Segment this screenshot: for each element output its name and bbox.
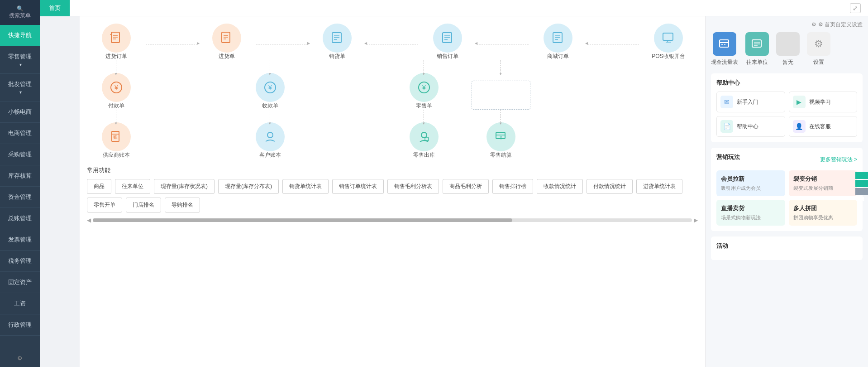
wf-label-sales-bill: 销货单	[329, 53, 345, 60]
float-service-btn[interactable]: 客服热线	[855, 172, 868, 179]
sidebar-item-ecommerce-mgmt[interactable]: 电商管理	[0, 123, 40, 144]
sidebar-item-salary[interactable]: 工资	[0, 293, 40, 314]
customize-settings-btn[interactable]: ⚙ ⚙ 首页自定义设置	[711, 21, 863, 29]
activity-box: 活动	[711, 237, 863, 260]
arrow-v-1	[116, 60, 117, 73]
marketing-more-btn[interactable]: 更多营销玩法 >	[820, 156, 857, 164]
wf-node-purchase-order[interactable]: 进货订单	[87, 24, 146, 60]
func-btn-stock-dist[interactable]: 现存量(库存分布表)	[218, 179, 279, 194]
marketing-header: 营销玩法 更多营销玩法 >	[716, 153, 857, 166]
wf-node-sales-order[interactable]: 销售订单	[418, 24, 477, 60]
expand-icon: ▾	[19, 90, 22, 95]
scroll-right-btn[interactable]: ▶	[694, 217, 698, 223]
sidebar-settings-btn[interactable]: ⚙	[0, 349, 40, 367]
sidebar-item-wholesale[interactable]: 批发管理 ▾	[0, 74, 40, 101]
wf-node-pos[interactable]: POS收银开台	[639, 24, 698, 60]
left-panel: 进货订单 进货单 销货单	[80, 16, 705, 367]
float-buttons: 客服热线 服务社区 桌面快捷	[855, 172, 868, 195]
qn-settings[interactable]: ⚙ 设置	[807, 32, 830, 66]
expand-icon: ▾	[19, 62, 22, 67]
mkt-group[interactable]: 多人拼团 拼团购物享受优惠	[789, 200, 858, 226]
wf-node-customer-book[interactable]: 客户账本	[241, 122, 300, 159]
customize-icon: ⚙	[811, 21, 816, 28]
wf-node-retail-settlement[interactable]: ¥ 零售结算	[472, 122, 530, 159]
help-video-icon: ▶	[793, 96, 806, 108]
func-btn-guide-rank[interactable]: 导购排名	[165, 198, 200, 212]
wf-node-payment[interactable]: ¥ 付款单	[87, 73, 146, 110]
wf-node-supplier-book[interactable]: 账 供应商账本	[87, 122, 146, 159]
sidebar-item-purchase[interactable]: 采购管理	[0, 144, 40, 165]
sidebar-item-fixed-assets[interactable]: 固定资产	[0, 272, 40, 293]
tab-home[interactable]: 首页	[40, 0, 70, 16]
search-menu[interactable]: 🔍 搜索菜单	[0, 0, 40, 25]
sidebar-item-finance[interactable]: 资金管理	[0, 187, 40, 208]
wf-node-mall-order[interactable]: 商城订单	[529, 24, 587, 60]
wf-node-receipt[interactable]: ¥ 收款单	[241, 73, 300, 110]
arrow-1-2	[146, 44, 197, 45]
help-center-link[interactable]: 📄 帮助中心	[716, 116, 785, 137]
svg-text:¥: ¥	[499, 135, 502, 140]
scroll-track[interactable]	[93, 218, 692, 222]
scroll-left-btn[interactable]: ◀	[87, 217, 91, 223]
float-desktop-btn[interactable]: 桌面快捷	[855, 188, 868, 195]
wf-icon-payment: ¥	[102, 73, 131, 102]
marketing-box: 营销玩法 更多营销玩法 > 会员拉新 吸引用户成为会员 裂变分销 裂变式发展分销…	[711, 148, 863, 231]
sidebar-item-tax[interactable]: 税务管理	[0, 251, 40, 272]
mkt-fission[interactable]: 裂变分销 裂变式发展分销商	[789, 170, 858, 196]
mkt-live[interactable]: 直播卖货 场景式购物新玩法	[716, 200, 785, 226]
func-btn-retail-order[interactable]: 零售开单	[87, 198, 122, 212]
arrow-v-receipt	[270, 110, 271, 122]
sidebar-item-invoice[interactable]: 发票管理	[0, 229, 40, 251]
func-btn-purchase-stat[interactable]: 进货单统计表	[636, 179, 682, 194]
help-online-service[interactable]: 👤 在线客服	[789, 116, 858, 137]
func-btn-sales-profit[interactable]: 销售毛利分析表	[387, 179, 439, 194]
common-functions-title: 常用功能	[87, 166, 698, 174]
sidebar: 🔍 搜索菜单 快捷导航 零售管理 ▾ 批发管理 ▾ 小畅电商 电商管理 采购管理…	[0, 0, 40, 367]
func-btn-sales-order-stat[interactable]: 销售订单统计表	[332, 179, 384, 194]
sidebar-item-ledger[interactable]: 总账管理	[0, 208, 40, 229]
sidebar-item-inventory[interactable]: 库存核算	[0, 165, 40, 187]
scroll-thumb	[93, 218, 512, 222]
sidebar-item-ecommerce-small[interactable]: 小畅电商	[0, 101, 40, 123]
func-btn-sales-rank[interactable]: 销售排行榜	[492, 179, 533, 194]
func-btn-goods[interactable]: 商品	[87, 179, 111, 194]
sidebar-item-admin[interactable]: 行政管理	[0, 314, 40, 336]
wf-label-pos: POS收银开台	[652, 53, 685, 60]
wf-label-supplier-book: 供应商账本	[103, 151, 130, 159]
fullscreen-button[interactable]: ⤢	[850, 3, 861, 13]
wf-node-retail-outbound[interactable]: 零售出库	[395, 122, 453, 159]
wf-label-retail-settlement: 零售结算	[490, 151, 512, 159]
arrow-6-5	[587, 44, 639, 45]
help-beginner[interactable]: ✉ 新手入门	[716, 92, 785, 112]
func-btn-store-rank[interactable]: 门店排名	[126, 198, 161, 212]
func-btn-sales-stat[interactable]: 销货单统计表	[282, 179, 329, 194]
help-service-icon: 👤	[793, 120, 806, 133]
top-bar-right: ⤢	[850, 3, 868, 13]
qn-none-icon	[776, 32, 800, 56]
func-btn-receipt-stat[interactable]: 收款情况统计	[537, 179, 583, 194]
func-btn-payment-stat[interactable]: 付款情况统计	[587, 179, 633, 194]
wf-icon-retail-outbound	[410, 122, 439, 151]
float-community-btn[interactable]: 服务社区	[855, 180, 868, 187]
help-beginner-icon: ✉	[720, 96, 733, 108]
wf-node-purchase-bill[interactable]: 进货单	[197, 24, 256, 60]
qn-cashflow[interactable]: 现金流量表	[711, 32, 738, 66]
func-btn-contacts[interactable]: 往来单位	[115, 179, 150, 194]
qn-cashflow-label: 现金流量表	[711, 58, 738, 66]
func-btn-stock-status[interactable]: 现存量(库存状况表)	[154, 179, 215, 194]
svg-text:¥: ¥	[422, 84, 426, 91]
sidebar-item-quick-nav[interactable]: 快捷导航	[0, 25, 40, 46]
sidebar-item-retail[interactable]: 零售管理 ▾	[0, 46, 40, 74]
qn-contacts[interactable]: 往来单位	[745, 32, 769, 66]
func-btn-goods-profit[interactable]: 商品毛利分析	[443, 179, 489, 194]
wf-node-retail-bill[interactable]: ¥ 零售单	[395, 73, 453, 110]
wf-node-sales-bill[interactable]: 销货单	[308, 24, 367, 60]
qn-none-label: 暂无	[782, 58, 793, 66]
svg-rect-35	[425, 138, 429, 140]
search-icon: 🔍	[17, 5, 24, 12]
qn-none[interactable]: 暂无	[776, 32, 800, 66]
help-video[interactable]: ▶ 视频学习	[789, 92, 858, 112]
mkt-member[interactable]: 会员拉新 吸引用户成为会员	[716, 170, 785, 196]
workflow-diagram: 进货订单 进货单 销货单	[87, 24, 698, 159]
svg-rect-20	[663, 33, 673, 40]
